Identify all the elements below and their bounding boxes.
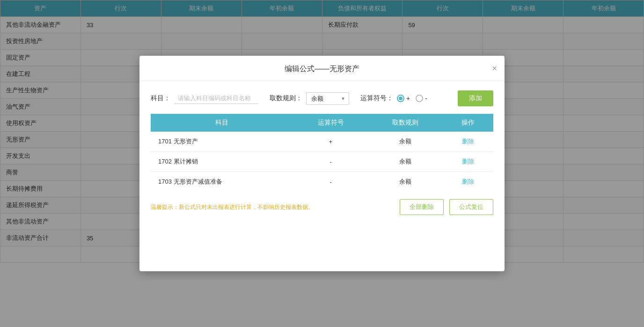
modal-subject-cell: 1703 无形资产减值准备 [151,172,293,192]
modal-operator-cell: + [293,132,368,152]
operator-plus-label: + [406,95,410,102]
operator-label: 运算符号： [360,94,393,103]
operator-plus-circle [397,95,404,102]
delete-row-button[interactable]: 删除 [462,137,474,146]
operator-radio-group: + - [397,95,427,102]
rule-label: 取数规则： [270,94,302,103]
modal-action-cell: 删除 [442,152,493,172]
modal-table-row: 1703 无形资产减值准备-余额删除 [151,172,493,192]
modal-footer: 温馨提示：新公式只对未出报表进行计算，不影响历史报表数据。 全部删除 公式复位 [139,192,505,215]
form-row: 科目： 取数规则： 余额 借方 贷方 借方累计 贷方累计 ▼ 运算符号 [139,81,505,114]
rule-select[interactable]: 余额 借方 贷方 借方累计 贷方累计 [306,92,349,105]
modal-table-row: 1702 累计摊销-余额删除 [151,152,493,172]
delete-row-button[interactable]: 删除 [462,178,474,186]
reset-button[interactable]: 公式复位 [449,199,493,215]
modal-operator-cell: - [293,152,368,172]
modal: 编辑公式——无形资产 × 科目： 取数规则： 余额 借方 贷方 借方累计 贷方累… [139,56,505,271]
operator-plus-radio[interactable]: + [397,95,410,102]
delete-row-button[interactable]: 删除 [462,157,474,166]
modal-rule-cell: 余额 [368,172,442,192]
subject-label: 科目： [151,94,170,103]
operator-minus-radio[interactable]: - [416,95,427,102]
modal-rule-cell: 余额 [368,152,442,172]
modal-table: 科目运算符号取数规则操作 1701 无形资产+余额删除1702 累计摊销-余额删… [151,114,493,192]
modal-table-wrapper: 科目运算符号取数规则操作 1701 无形资产+余额删除1702 累计摊销-余额删… [139,114,505,192]
modal-subject-cell: 1702 累计摊销 [151,152,293,172]
rule-group: 取数规则： 余额 借方 贷方 借方累计 贷方累计 ▼ [270,92,349,105]
modal-table-header: 操作 [442,114,493,132]
footer-tip: 温馨提示：新公式只对未出报表进行计算，不影响历史报表数据。 [151,203,314,211]
modal-table-header: 科目 [151,114,293,132]
modal-close-button[interactable]: × [492,64,497,73]
modal-action-cell: 删除 [442,132,493,152]
rule-select-wrapper: 余额 借方 贷方 借方累计 贷方累计 ▼ [306,92,349,105]
modal-header: 编辑公式——无形资产 × [139,56,505,81]
modal-title: 编辑公式——无形资产 [285,64,359,74]
modal-table-row: 1701 无形资产+余额删除 [151,132,493,152]
modal-table-header: 运算符号 [293,114,368,132]
operator-group: 运算符号： + - [360,94,427,103]
subject-group: 科目： [151,93,258,104]
modal-operator-cell: - [293,172,368,192]
subject-input[interactable] [174,93,258,104]
modal-action-cell: 删除 [442,172,493,192]
modal-subject-cell: 1701 无形资产 [151,132,293,152]
modal-rule-cell: 余额 [368,132,442,152]
operator-minus-circle [416,95,423,102]
footer-actions: 全部删除 公式复位 [400,199,493,215]
add-button[interactable]: 添加 [458,90,493,106]
delete-all-button[interactable]: 全部删除 [400,199,444,215]
modal-overlay: 编辑公式——无形资产 × 科目： 取数规则： 余额 借方 贷方 借方累计 贷方累… [0,0,644,327]
operator-minus-label: - [425,95,427,102]
modal-table-header: 取数规则 [368,114,442,132]
